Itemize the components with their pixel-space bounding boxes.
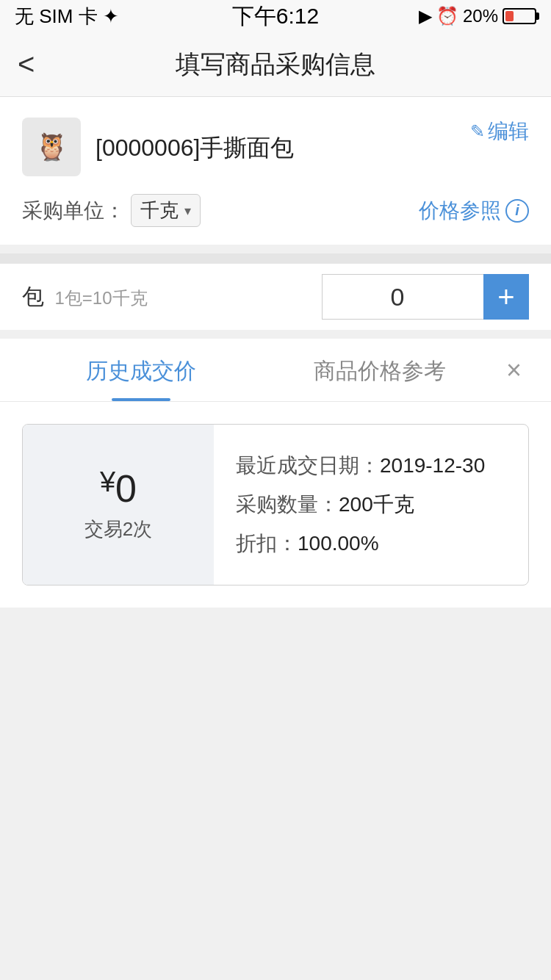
edit-button[interactable]: ✎ 编辑: [470, 118, 529, 145]
quantity-input[interactable]: [322, 274, 483, 320]
price-card-right: 最近成交日期：2019-12-30 采购数量：200千克 折扣：100.00%: [214, 425, 528, 585]
status-bar: 无 SIM 卡 ✦ 下午6:12 ▶ ⏰ 20%: [0, 0, 551, 32]
unit-value: 千克: [140, 198, 179, 223]
alarm-icon: ⏰: [436, 6, 458, 26]
product-unit-row: 采购单位： 千克 ▾ 价格参照 i: [22, 194, 529, 227]
tab-header: 历史成交价 商品价格参考 ×: [0, 339, 551, 402]
status-signal: 无 SIM 卡 ✦: [15, 4, 119, 29]
product-thumbnail: 🦉: [22, 118, 81, 176]
price-detail-qty: 采购数量：200千克: [236, 490, 506, 519]
status-right: ▶ ⏰ 20%: [419, 6, 536, 26]
unit-label: 采购单位：: [22, 197, 125, 225]
status-time: 下午6:12: [232, 1, 319, 32]
back-button[interactable]: <: [18, 48, 35, 81]
nav-bar: < 填写商品采购信息: [0, 32, 551, 97]
unit-selector-group: 采购单位： 千克 ▾: [22, 194, 201, 227]
quantity-unit-label: 包: [22, 284, 44, 309]
product-name: [0000006]手撕面包: [96, 132, 294, 165]
product-section: 🦉 [0000006]手撕面包 ✎ 编辑 采购单位： 千克 ▾ 价格参照 i: [0, 97, 551, 245]
transaction-count: 交易2次: [84, 516, 152, 542]
product-header: 🦉 [0000006]手撕面包 ✎ 编辑: [22, 118, 529, 176]
unit-dropdown[interactable]: 千克 ▾: [131, 194, 201, 227]
battery-percent: 20%: [463, 6, 498, 26]
product-logo-icon: 🦉: [35, 134, 68, 160]
tab-price-reference[interactable]: 商品价格参考: [260, 339, 498, 401]
price-card-left: ¥0 交易2次: [23, 425, 214, 585]
price-reference-button[interactable]: 价格参照 i: [419, 197, 529, 225]
product-left: 🦉 [0000006]手撕面包: [22, 118, 294, 176]
quantity-conversion: 1包=10千克: [54, 288, 147, 308]
currency-symbol: ¥: [100, 466, 115, 497]
quantity-control: +: [322, 274, 529, 320]
main-background: 历史成交价 商品价格参考 × ¥0 交易2次 最近成交日期：2019-12-30: [0, 339, 551, 853]
tab-content: ¥0 交易2次 最近成交日期：2019-12-30 采购数量：200千克 折扣：…: [0, 402, 551, 608]
product-name-wrapper: [0000006]手撕面包: [96, 129, 294, 165]
price-detail-discount: 折扣：100.00%: [236, 529, 506, 558]
page-title: 填写商品采购信息: [176, 48, 375, 82]
tab-close-button[interactable]: ×: [499, 355, 529, 386]
navigation-icon: ▶: [419, 6, 432, 26]
tab-history-price[interactable]: 历史成交价: [22, 339, 260, 401]
price-card: ¥0 交易2次 最近成交日期：2019-12-30 采购数量：200千克 折扣：…: [22, 424, 529, 586]
battery-icon: [503, 8, 536, 24]
quantity-label-group: 包 1包=10千克: [22, 282, 148, 312]
edit-icon: ✎: [470, 121, 485, 142]
quantity-plus-button[interactable]: +: [483, 274, 529, 320]
tab-section: 历史成交价 商品价格参考 × ¥0 交易2次 最近成交日期：2019-12-30: [0, 339, 551, 608]
quantity-row: 包 1包=10千克 +: [0, 264, 551, 330]
section-divider: [0, 253, 551, 264]
price-amount: ¥0: [100, 466, 137, 511]
chevron-down-icon: ▾: [184, 203, 191, 219]
price-detail-date: 最近成交日期：2019-12-30: [236, 451, 506, 480]
info-icon: i: [505, 199, 529, 223]
